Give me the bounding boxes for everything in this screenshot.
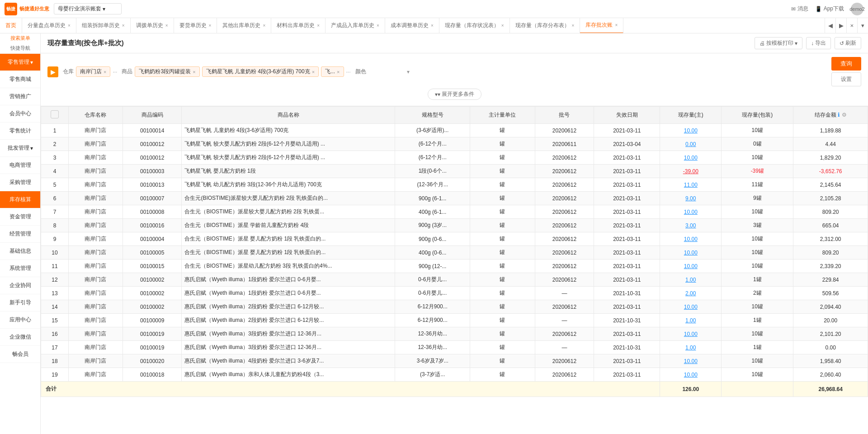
filter-arrow-btn[interactable]: ▶ xyxy=(47,66,58,77)
app-download-btn[interactable]: 📱 App下载 xyxy=(815,5,844,13)
row-qty-main[interactable]: 11.00 xyxy=(660,178,722,192)
sidebar-item-guide[interactable]: 新手引导 xyxy=(0,294,40,311)
sidebar-item-app-center[interactable]: 应用中心 xyxy=(0,311,40,329)
nav-close-btn[interactable]: × xyxy=(846,18,857,33)
user-avatar[interactable]: demo2 xyxy=(851,3,863,15)
nav-prev-btn[interactable]: ◀ xyxy=(825,18,835,33)
refresh-btn[interactable]: ↺ 刷新 xyxy=(835,37,861,49)
product-tag-2[interactable]: 飞鹤星飞帆 儿童奶粉 4段(3-6岁适用) 700克 × xyxy=(202,66,319,77)
sidebar-item-enterprise[interactable]: 企业协同 xyxy=(0,277,40,294)
close-icon[interactable]: × xyxy=(165,23,168,28)
expand-conditions-btn[interactable]: ▾▾ 展开更多条件 xyxy=(428,89,481,100)
sidebar-item-member2[interactable]: 畅会员 xyxy=(0,346,40,363)
close-icon[interactable]: × xyxy=(209,23,212,28)
sidebar-item-retail-mgmt[interactable]: 零售管理 ▾ xyxy=(0,54,40,71)
query-btn[interactable]: 查询 xyxy=(831,57,861,71)
settings-btn[interactable]: 设置 xyxy=(831,72,861,86)
row-qty-main[interactable]: 10.00 xyxy=(660,124,722,137)
select-all-checkbox[interactable] xyxy=(51,110,59,118)
product-tag-3[interactable]: 飞... × xyxy=(321,66,344,77)
row-batch: 20200611 xyxy=(535,137,594,151)
sidebar-item-operations[interactable]: 经营管理 xyxy=(0,226,40,243)
row-qty-main[interactable]: 1.00 xyxy=(660,341,722,354)
nav-tab-8[interactable]: 成本调整单历史× xyxy=(385,18,439,33)
more-product-btn[interactable]: ··· xyxy=(346,69,351,75)
row-qty-main[interactable]: 1.00 xyxy=(660,314,722,327)
sidebar-search-label[interactable]: 搜索菜单 xyxy=(0,33,40,43)
row-qty-main[interactable]: 0.00 xyxy=(660,137,722,151)
print-btn[interactable]: 🖨 按模板打印 ▾ xyxy=(755,37,802,49)
warehouse-tag[interactable]: 南岸门店 × xyxy=(76,66,110,77)
row-qty-main[interactable]: 10.00 xyxy=(660,232,722,246)
remove-product3-icon[interactable]: × xyxy=(337,69,340,75)
nav-menu-btn[interactable]: ▾ xyxy=(857,18,868,33)
row-qty-main[interactable]: 10.00 xyxy=(660,368,722,382)
sidebar-item-purchase[interactable]: 采购管理 xyxy=(0,174,40,191)
col-checkbox[interactable] xyxy=(41,107,69,124)
row-spec: 6-12月900... xyxy=(395,300,470,314)
row-qty-main[interactable]: 10.00 xyxy=(660,205,722,219)
nav-next-btn[interactable]: ▶ xyxy=(835,18,846,33)
close-icon[interactable]: × xyxy=(377,23,379,28)
sidebar-item-ecommerce[interactable]: 电商管理 xyxy=(0,157,40,174)
close-icon[interactable]: × xyxy=(431,23,434,28)
row-qty-main[interactable]: 10.00 xyxy=(660,327,722,341)
row-qty-main[interactable]: 10.00 xyxy=(660,300,722,314)
row-qty-main[interactable]: 9.00 xyxy=(660,192,722,205)
nav-tab-10[interactable]: 现存量（库存分布表）× xyxy=(510,18,580,33)
sidebar-item-inventory[interactable]: 库存核算 xyxy=(0,191,40,208)
close-icon[interactable]: × xyxy=(122,23,125,28)
nav-tab-9[interactable]: 现存量（库存状况表）× xyxy=(439,18,510,33)
remove-product2-icon[interactable]: × xyxy=(312,69,315,75)
sidebar-item-system[interactable]: 系统管理 xyxy=(0,260,40,277)
industry-select[interactable]: 母婴行业演示账套 ▾ xyxy=(54,3,122,14)
close-icon[interactable]: × xyxy=(572,23,575,28)
nav-tab-2[interactable]: 组装拆卸单历史× xyxy=(76,18,131,33)
row-qty-main[interactable]: 10.00 xyxy=(660,259,722,273)
nav-tab-7[interactable]: 产成品入库单历史× xyxy=(326,18,385,33)
close-icon[interactable]: × xyxy=(615,23,618,28)
row-index: 18 xyxy=(41,354,69,368)
sidebar-item-member[interactable]: 会员中心 xyxy=(0,105,40,123)
remove-product1-icon[interactable]: × xyxy=(193,69,195,75)
row-qty-main[interactable]: 1.00 xyxy=(660,273,722,287)
row-qty-main[interactable]: -39.00 xyxy=(660,165,722,178)
row-warehouse: 南岸门店 xyxy=(68,287,123,300)
remove-warehouse-icon[interactable]: × xyxy=(104,69,106,75)
row-qty-main[interactable]: 3.00 xyxy=(660,219,722,232)
row-qty-main[interactable]: 10.00 xyxy=(660,151,722,165)
sidebar-item-retail-store[interactable]: 零售商城 xyxy=(0,71,40,88)
row-qty-main[interactable]: 10.00 xyxy=(660,246,722,259)
more-warehouse-btn[interactable]: ··· xyxy=(113,69,117,75)
table-wrapper: 仓库名称 商品编码 商品名称 规格型号 主计量单位 批号 失效日期 现存量(主)… xyxy=(41,106,868,434)
nav-tab-home[interactable]: 首页 xyxy=(0,18,22,33)
message-btn[interactable]: ✉ 消息 xyxy=(791,5,808,13)
close-icon[interactable]: × xyxy=(317,23,320,28)
nav-tab-5[interactable]: 其他出库单历史× xyxy=(217,18,271,33)
nav-tab-4[interactable]: 要货单历史× xyxy=(174,18,217,33)
nav-tab-3[interactable]: 调拨单历史× xyxy=(131,18,174,33)
sidebar-item-retail-stats[interactable]: 零售统计 xyxy=(0,123,40,140)
row-qty-main[interactable]: 2.00 xyxy=(660,287,722,300)
close-icon[interactable]: × xyxy=(501,23,504,28)
row-spec: 400g (0-6... xyxy=(395,246,470,259)
nav-tab-6[interactable]: 材料出库单历史× xyxy=(271,18,326,33)
row-name: 惠氏启赋（Wyeth illuma）2段奶粉 爱尔兰进口 6-12月较... xyxy=(182,314,395,327)
sidebar-item-finance[interactable]: 资金管理 xyxy=(0,208,40,226)
row-amount: 1,958.40 xyxy=(793,354,868,368)
product-tag-1[interactable]: 飞鹤奶粉3段丙罐提装 × xyxy=(135,66,199,77)
col-settings-icon[interactable]: ⚙ xyxy=(842,112,847,118)
color-dropdown-icon[interactable]: ▾ xyxy=(407,69,410,75)
nav-tab-1[interactable]: 分量盘点单历史× xyxy=(22,18,76,33)
nav-tab-11[interactable]: 库存批次账× xyxy=(580,18,623,33)
row-qty-main[interactable]: 10.00 xyxy=(660,354,722,368)
sidebar-item-wholesale[interactable]: 批发管理 ▾ xyxy=(0,140,40,157)
table-row: 13 南岸门店 00100002 惠氏启赋（Wyeth illuma）1段奶粉 … xyxy=(41,287,868,300)
sidebar-item-basic-info[interactable]: 基础信息 xyxy=(0,243,40,260)
sidebar-item-weixin[interactable]: 企业微信 xyxy=(0,329,40,346)
sidebar-item-marketing[interactable]: 营销推广 xyxy=(0,88,40,105)
row-name: 合生元(BIOSTIME)派星较大婴儿配方奶粉 2段 乳铁蛋白的... xyxy=(182,192,395,205)
close-icon[interactable]: × xyxy=(68,23,71,28)
close-icon[interactable]: × xyxy=(263,23,265,28)
export-btn[interactable]: ↓ 导出 xyxy=(806,37,831,49)
